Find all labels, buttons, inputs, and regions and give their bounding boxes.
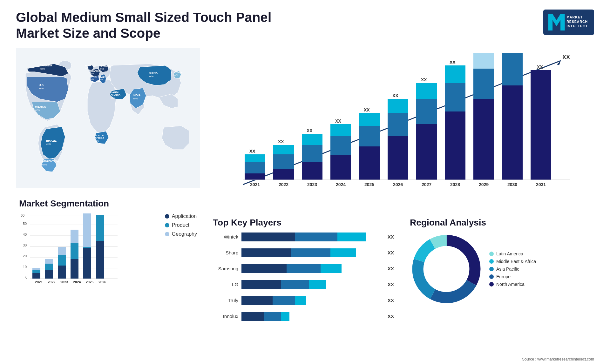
svg-rect-111	[473, 99, 494, 180]
world-map-section: CANADA xx% U.S. xx% MEXICO xx% BRAZIL xx…	[16, 48, 200, 189]
svg-text:XX: XX	[249, 149, 255, 154]
legend-north-america: North America	[489, 282, 536, 287]
svg-text:2028: 2028	[450, 182, 460, 187]
svg-rect-108	[445, 83, 465, 111]
svg-text:INTELLECT: INTELLECT	[566, 24, 588, 28]
svg-text:xx%: xx%	[111, 97, 115, 99]
svg-text:2024: 2024	[336, 182, 346, 187]
legend-geography: Geography	[165, 231, 197, 237]
legend-dot-application	[165, 214, 169, 219]
svg-text:2022: 2022	[279, 182, 288, 187]
svg-rect-81	[245, 154, 265, 162]
svg-rect-75	[96, 215, 104, 241]
svg-text:ARABIA: ARABIA	[111, 93, 120, 96]
donut-chart	[410, 233, 483, 306]
svg-rect-54	[32, 268, 40, 270]
svg-rect-95	[359, 146, 380, 180]
svg-rect-62	[71, 243, 78, 259]
player-name: Truly	[213, 298, 238, 303]
svg-text:JAPAN: JAPAN	[174, 71, 183, 74]
svg-point-137	[429, 252, 464, 286]
player-value: XX	[388, 234, 394, 239]
svg-text:CHINA: CHINA	[149, 71, 158, 75]
svg-rect-83	[273, 169, 294, 180]
segmentation-title: Market Segmentation	[19, 199, 197, 209]
svg-rect-63	[71, 230, 78, 243]
svg-text:xx%: xx%	[35, 109, 40, 111]
svg-text:XX: XX	[507, 51, 513, 52]
svg-rect-56	[45, 264, 53, 270]
svg-text:30: 30	[23, 243, 27, 247]
player-name: Wintek	[213, 234, 238, 239]
svg-text:2021: 2021	[250, 182, 260, 187]
svg-text:XX: XX	[562, 54, 570, 60]
bar-chart-section: XX XX XX XX	[210, 48, 594, 208]
segmentation-section: Market Segmentation 0 10 20 30 40 50 60	[16, 195, 200, 294]
player-row-lg: LG XX	[213, 280, 394, 289]
svg-text:2027: 2027	[422, 182, 431, 187]
player-value: XX	[388, 298, 394, 303]
player-name: LG	[213, 282, 238, 287]
legend-dot-europe	[489, 274, 494, 279]
svg-rect-64	[83, 248, 91, 279]
svg-text:60: 60	[21, 213, 24, 217]
svg-rect-87	[302, 162, 322, 180]
player-row-samsung: Samsung XX	[213, 264, 394, 273]
svg-text:xx%: xx%	[90, 78, 94, 80]
svg-text:AFRICA: AFRICA	[95, 137, 104, 139]
svg-rect-104	[416, 99, 437, 124]
player-row-sharp: Sharp XX	[213, 248, 394, 257]
player-bar	[241, 296, 383, 305]
svg-text:2029: 2029	[479, 182, 489, 187]
svg-text:2024: 2024	[73, 280, 81, 284]
svg-rect-103	[416, 124, 437, 180]
regional-section: Regional Analysis	[407, 214, 594, 364]
svg-text:2023: 2023	[60, 280, 68, 284]
svg-text:xx%: xx%	[42, 163, 47, 166]
svg-text:INDIA: INDIA	[133, 94, 141, 97]
svg-rect-96	[359, 126, 380, 146]
svg-text:FRANCE: FRANCE	[90, 70, 100, 72]
logo-box: MARKET RESEARCH INTELLECT	[543, 10, 594, 35]
svg-text:U.S.: U.S.	[39, 84, 44, 87]
svg-rect-52	[32, 273, 40, 279]
legend-dot-mea	[489, 259, 494, 264]
player-bar	[241, 312, 383, 321]
svg-text:50: 50	[23, 222, 27, 226]
svg-marker-0	[548, 14, 565, 30]
player-value: XX	[388, 266, 394, 271]
source-text: Source : www.marketresearchintellect.com	[522, 357, 594, 361]
player-row-truly: Truly XX	[213, 296, 394, 305]
svg-text:ARGENTINA: ARGENTINA	[42, 160, 59, 163]
svg-rect-91	[330, 155, 351, 180]
svg-rect-80	[245, 162, 265, 173]
svg-rect-79	[245, 173, 265, 180]
page-title: Global Medium Small Sized Touch Panel Ma…	[16, 10, 302, 42]
svg-text:xx%: xx%	[85, 67, 89, 69]
svg-text:MEXICO: MEXICO	[35, 105, 46, 108]
svg-rect-116	[502, 53, 523, 85]
svg-rect-112	[473, 69, 494, 99]
svg-text:XX: XX	[392, 93, 398, 98]
svg-rect-84	[273, 154, 294, 169]
svg-rect-67	[83, 215, 91, 247]
player-bar	[241, 233, 383, 241]
svg-text:ITALY: ITALY	[99, 76, 106, 78]
svg-rect-57	[45, 259, 53, 264]
svg-rect-109	[445, 65, 465, 83]
svg-rect-55	[45, 270, 53, 279]
svg-text:SPAIN: SPAIN	[90, 75, 97, 78]
legend-latin-america: Latin America	[489, 251, 536, 256]
svg-rect-118	[531, 70, 551, 180]
player-row-wintek: Wintek XX	[213, 233, 394, 241]
svg-text:0: 0	[25, 275, 27, 279]
world-map-svg: CANADA xx% U.S. xx% MEXICO xx% BRAZIL xx…	[16, 48, 200, 188]
svg-text:XX: XX	[364, 107, 370, 112]
svg-text:2030: 2030	[507, 182, 517, 187]
legend-dot-north-america	[489, 282, 494, 286]
legend-asia-pacific: Asia Pacific	[489, 266, 536, 272]
svg-text:XX: XX	[307, 128, 313, 133]
legend-dot-latin-america	[489, 252, 494, 256]
svg-text:xx%: xx%	[90, 72, 94, 75]
regional-legend: Latin America Middle East & Africa Asia …	[489, 251, 536, 287]
